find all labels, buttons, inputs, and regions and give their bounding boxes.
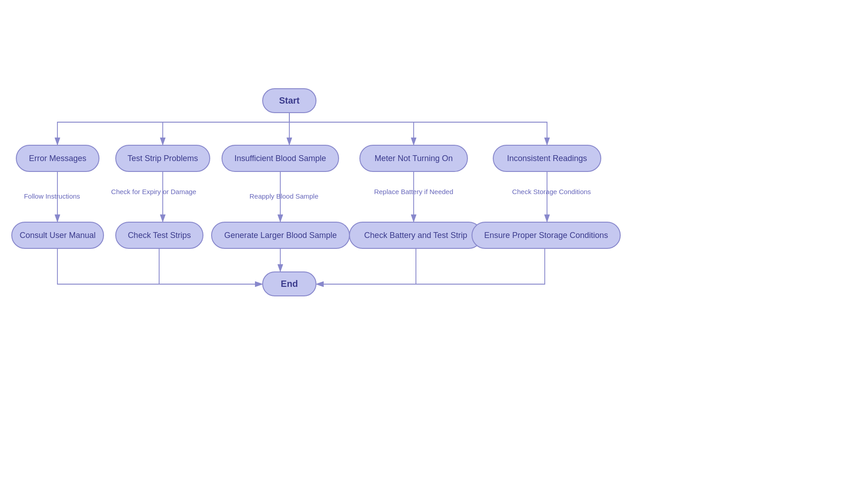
insufficient-blood-node: Insufficient Blood Sample (222, 145, 339, 172)
replace-battery-label: Replace Battery if Needed (362, 188, 466, 195)
generate-larger-node: Generate Larger Blood Sample (211, 222, 350, 249)
check-battery-node: Check Battery and Test Strip (349, 222, 482, 249)
test-strip-problems-node: Test Strip Problems (115, 145, 210, 172)
inconsistent-readings-node: Inconsistent Readings (493, 145, 601, 172)
reapply-blood-label: Reapply Blood Sample (234, 192, 334, 200)
meter-not-turning-node: Meter Not Turning On (359, 145, 468, 172)
ensure-storage-node: Ensure Proper Storage Conditions (472, 222, 621, 249)
start-node: Start (262, 88, 316, 113)
check-expiry-label: Check for Expiry or Damage (102, 188, 206, 195)
error-messages-node: Error Messages (16, 145, 99, 172)
end-node: End (262, 271, 316, 296)
check-storage-label: Check Storage Conditions (502, 188, 601, 195)
consult-manual-node: Consult User Manual (11, 222, 104, 249)
check-test-strips-node: Check Test Strips (115, 222, 203, 249)
follow-instructions-label: Follow Instructions (5, 192, 99, 200)
flowchart-container: Start End Error Messages Test Strip Prob… (0, 0, 868, 490)
